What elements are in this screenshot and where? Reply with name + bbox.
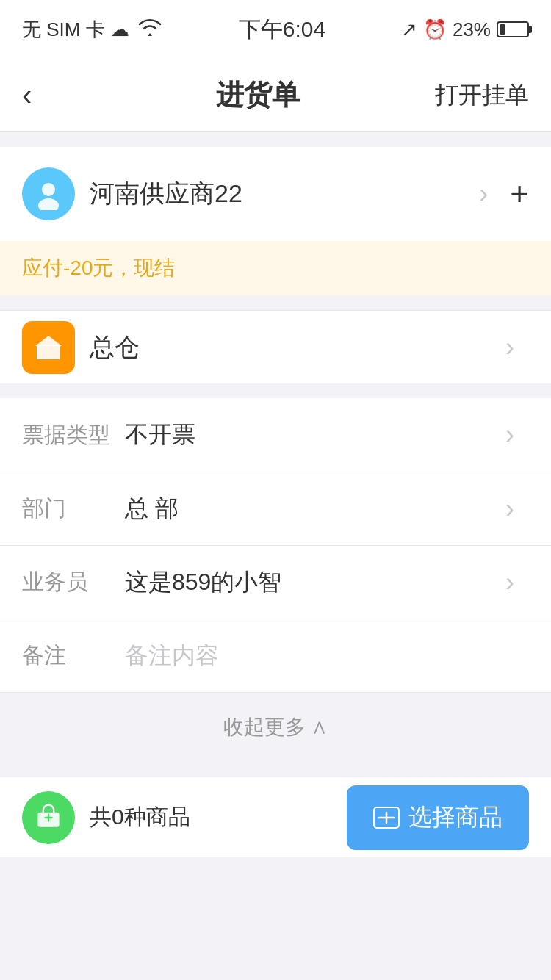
- supplier-section: 河南供应商22 › + 应付-20元，现结: [0, 147, 551, 295]
- section-divider-1: [0, 295, 551, 310]
- svg-marker-3: [35, 336, 62, 346]
- salesperson-value: 这是859的小智: [110, 566, 505, 599]
- notice-bar: 应付-20元，现结: [0, 241, 551, 295]
- fields-section: 票据类型 不开票 › 部门 总 部 › 业务员 这是859的小智 › 备注 备注…: [0, 398, 551, 762]
- department-chevron-icon: ›: [505, 494, 514, 525]
- add-supplier-button[interactable]: +: [510, 176, 529, 212]
- department-value: 总 部: [110, 493, 505, 525]
- svg-point-0: [42, 183, 55, 196]
- svg-rect-2: [37, 345, 60, 359]
- collapse-button[interactable]: 收起更多 ∧: [0, 692, 551, 762]
- wifi-icon: [137, 17, 163, 42]
- nav-bar: ‹ 进货单 打开挂单: [0, 59, 551, 132]
- salesperson-chevron-icon: ›: [505, 567, 514, 598]
- warehouse-row[interactable]: 总仓 ›: [0, 310, 551, 383]
- supplier-row[interactable]: 河南供应商22 › +: [0, 147, 551, 241]
- select-product-button[interactable]: 选择商品: [347, 785, 529, 850]
- salesperson-row[interactable]: 业务员 这是859的小智 ›: [0, 545, 551, 619]
- warehouse-icon-bg: [22, 321, 75, 374]
- invoice-type-label: 票据类型: [22, 420, 110, 450]
- status-right: ↗ ⏰ 23%: [401, 18, 529, 41]
- salesperson-label: 业务员: [22, 567, 110, 597]
- alarm-icon: ⏰: [423, 18, 447, 41]
- warehouse-section: 总仓 ›: [0, 310, 551, 383]
- open-pending-button[interactable]: 打开挂单: [435, 79, 529, 112]
- department-row[interactable]: 部门 总 部 ›: [0, 472, 551, 545]
- status-time: 下午6:04: [239, 15, 325, 45]
- product-icon: [22, 791, 75, 844]
- invoice-type-value: 不开票: [110, 419, 505, 451]
- sim-label: 无 SIM 卡 ☁: [22, 17, 129, 43]
- battery-icon: [497, 21, 529, 37]
- warehouse-name: 总仓: [90, 331, 505, 364]
- supplier-avatar: [22, 167, 75, 220]
- bottom-bar: 共0种商品 选择商品: [0, 777, 551, 857]
- select-product-label: 选择商品: [408, 801, 503, 834]
- svg-point-1: [38, 198, 59, 210]
- product-count: 共0种商品: [90, 802, 347, 832]
- remark-input[interactable]: 备注内容: [110, 640, 529, 672]
- back-button[interactable]: ‹: [22, 79, 81, 112]
- department-label: 部门: [22, 494, 110, 524]
- status-left: 无 SIM 卡 ☁: [22, 17, 163, 43]
- page-background: [0, 857, 551, 980]
- supplier-name: 河南供应商22: [90, 177, 479, 211]
- remark-row[interactable]: 备注 备注内容: [0, 619, 551, 692]
- section-divider-2: [0, 383, 551, 398]
- location-icon: ↗: [401, 18, 417, 41]
- page-title: 进货单: [216, 76, 300, 114]
- invoice-type-row[interactable]: 票据类型 不开票 ›: [0, 398, 551, 472]
- status-bar: 无 SIM 卡 ☁ 下午6:04 ↗ ⏰ 23%: [0, 0, 551, 59]
- invoice-type-chevron-icon: ›: [505, 419, 514, 450]
- top-divider: [0, 132, 551, 147]
- remark-label: 备注: [22, 641, 110, 671]
- select-product-icon: [373, 807, 400, 829]
- supplier-chevron-icon: ›: [479, 179, 488, 209]
- section-divider-3: [0, 762, 551, 777]
- warehouse-chevron-icon: ›: [505, 332, 514, 363]
- battery-percent: 23%: [453, 18, 491, 41]
